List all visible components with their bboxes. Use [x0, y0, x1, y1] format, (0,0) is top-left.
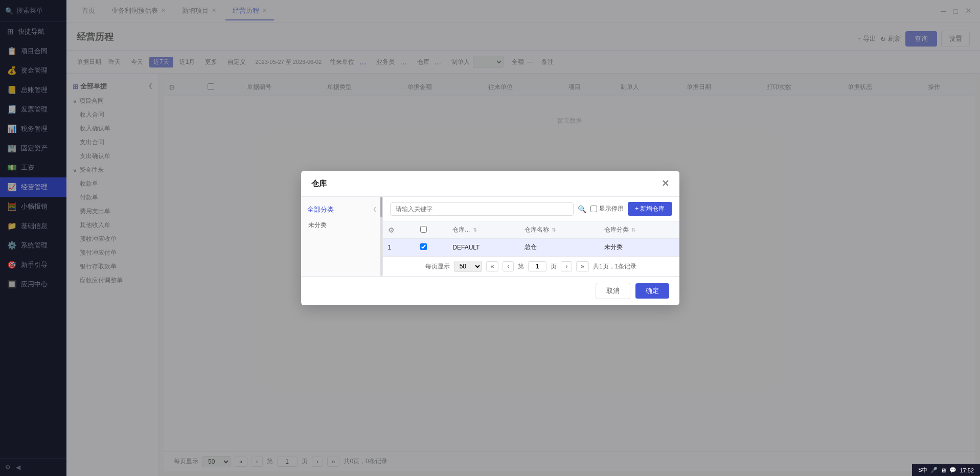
modal-left-all-category[interactable]: 全部分类 《 — [301, 202, 382, 217]
wth-code: 仓库... ⇅ — [447, 221, 519, 239]
wth-category: 仓库分类 ⇅ — [599, 221, 679, 239]
modal-page-label: 第 — [518, 262, 524, 271]
warehouse-data-table: ⚙ 仓库... ⇅ 仓库名称 ⇅ 仓库分类 ⇅ 1 DEFA — [383, 221, 679, 256]
tray-icon-s: S中 — [918, 466, 927, 474]
modal-prev-page-button[interactable]: ‹ — [503, 261, 514, 271]
wth-settings: ⚙ — [383, 221, 415, 239]
tray-icon-chat: 💬 — [949, 467, 956, 473]
warehouse-row-checkbox — [415, 239, 447, 256]
show-disabled-label[interactable]: 显示停用 — [590, 205, 624, 213]
modal-search-bar: 🔍 显示停用 + 新增仓库 — [383, 197, 679, 221]
warehouse-row-num: 1 — [383, 239, 415, 256]
wth-checkbox — [415, 221, 447, 239]
show-disabled-checkbox[interactable] — [590, 206, 597, 212]
modal-page-suffix: 页 — [551, 262, 557, 271]
warehouse-search-icon[interactable]: 🔍 — [578, 205, 586, 213]
warehouse-row-select[interactable] — [420, 243, 427, 250]
modal-last-page-button[interactable]: » — [576, 261, 589, 271]
confirm-button[interactable]: 确定 — [635, 283, 669, 299]
modal-overlay: 仓库 ✕ 全部分类 《 未分类 — [0, 0, 980, 476]
tray-time: 17:52 — [960, 467, 974, 473]
modal-footer: 取消 确定 — [301, 276, 679, 305]
warehouse-table-row[interactable]: 1 DEFAULT 总仓 未分类 — [383, 239, 679, 256]
modal-page-size-label: 每页显示 — [425, 262, 450, 271]
all-category-label: 全部分类 — [307, 205, 334, 214]
warehouse-row-name: 总仓 — [519, 239, 599, 256]
warehouse-modal: 仓库 ✕ 全部分类 《 未分类 — [301, 171, 679, 305]
add-warehouse-button[interactable]: + 新增仓库 — [628, 202, 672, 216]
tray-icon-mic: 🎤 — [930, 467, 938, 473]
modal-right-panel: 🔍 显示停用 + 新增仓库 ⚙ 仓库... ⇅ — [383, 197, 679, 276]
modal-body: 全部分类 《 未分类 🔍 显示停用 — [301, 197, 679, 276]
modal-title: 仓库 — [311, 179, 327, 189]
modal-total-records: 共1页，1条记录 — [593, 262, 636, 271]
tray-icon-screen: 🖥 — [941, 467, 946, 473]
modal-left-scrollbar — [380, 197, 382, 276]
system-tray: S中 🎤 🖥 💬 17:52 — [912, 464, 980, 476]
warehouse-table: ⚙ 仓库... ⇅ 仓库名称 ⇅ 仓库分类 ⇅ 1 DEFA — [383, 221, 679, 256]
modal-first-page-button[interactable]: « — [486, 261, 499, 271]
warehouse-table-header-row: ⚙ 仓库... ⇅ 仓库名称 ⇅ 仓库分类 ⇅ — [383, 221, 679, 239]
wth-name: 仓库名称 ⇅ — [519, 221, 599, 239]
modal-page-size-select[interactable]: 50 100 — [454, 261, 482, 272]
warehouse-gear-icon[interactable]: ⚙ — [388, 226, 395, 234]
warehouse-row-category: 未分类 — [599, 239, 679, 256]
warehouse-row-code: DEFAULT — [447, 239, 519, 256]
modal-header: 仓库 ✕ — [301, 171, 679, 197]
cancel-button[interactable]: 取消 — [596, 283, 630, 299]
modal-close-button[interactable]: ✕ — [662, 178, 669, 189]
modal-next-page-button[interactable]: › — [561, 261, 572, 271]
warehouse-select-all-checkbox[interactable] — [420, 226, 427, 233]
warehouse-search-input[interactable] — [390, 202, 574, 216]
modal-pagination: 每页显示 50 100 « ‹ 第 页 › » 共1页，1条记录 — [383, 256, 679, 276]
modal-left-scrollbar-thumb — [380, 197, 382, 217]
modal-left-panel: 全部分类 《 未分类 — [301, 197, 383, 276]
modal-page-number-input[interactable] — [528, 261, 546, 271]
modal-left-expand-icon[interactable]: 《 — [370, 206, 376, 214]
modal-left-item-uncategorized[interactable]: 未分类 — [301, 217, 382, 233]
